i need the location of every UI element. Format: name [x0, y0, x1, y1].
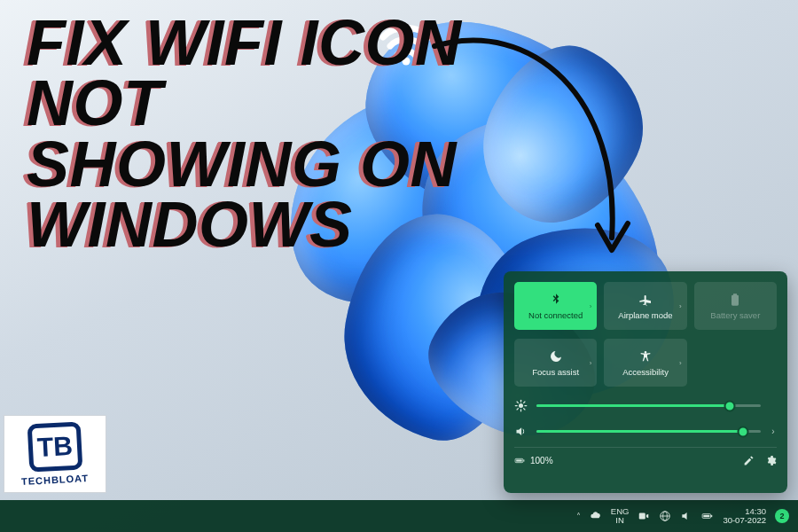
brightness-slider[interactable]	[514, 399, 777, 412]
battery-status[interactable]: 100%	[514, 455, 553, 466]
volume-slider[interactable]: ›	[514, 425, 777, 438]
battery-icon	[514, 455, 526, 466]
battery-saver-icon	[728, 293, 742, 307]
pointer-arrow	[417, 27, 665, 284]
clock[interactable]: 14:30 30-07-2022	[723, 507, 766, 525]
meet-now-icon[interactable]	[638, 510, 650, 522]
sun-icon	[514, 399, 528, 412]
svg-line-9	[524, 402, 525, 403]
slider-thumb[interactable]	[724, 400, 735, 411]
gear-icon[interactable]	[765, 455, 777, 466]
tile-bluetooth[interactable]: › Not connected	[514, 282, 597, 330]
tile-focus-assist[interactable]: › Focus assist	[514, 339, 597, 387]
svg-rect-18	[704, 515, 710, 517]
taskbar: ˄ ENG IN 14:30 30-07-2022 2	[0, 500, 798, 532]
headline: FIX WIFI ICON NOT SHOWING ON WINDOWS	[27, 12, 479, 255]
battery-text: 100%	[530, 456, 553, 466]
tile-accessibility[interactable]: › Accessibility	[604, 339, 686, 387]
chevron-right-icon: ›	[679, 302, 682, 310]
tile-label: Airplane mode	[618, 310, 672, 320]
brand-logo: TB TECHBLOAT	[4, 415, 106, 493]
system-tray[interactable]: ˄ ENG IN 14:30 30-07-2022 2	[576, 507, 789, 525]
svg-rect-13	[639, 513, 645, 520]
speaker-icon[interactable]	[680, 510, 692, 522]
tile-label: Accessibility	[622, 367, 669, 377]
chevron-right-icon[interactable]: ›	[770, 426, 777, 436]
tile-airplane[interactable]: › Airplane mode	[604, 282, 686, 330]
language-indicator[interactable]: ENG IN	[611, 507, 630, 525]
slider-track[interactable]	[536, 430, 761, 433]
quick-settings-panel: › Not connected › Airplane mode Battery …	[504, 271, 787, 493]
speaker-icon	[514, 425, 528, 438]
svg-rect-12	[523, 459, 524, 461]
chevron-right-icon: ›	[590, 359, 592, 367]
pencil-icon[interactable]	[743, 455, 755, 466]
svg-rect-11	[516, 459, 522, 461]
brand-name: TECHBLOAT	[21, 473, 90, 487]
network-icon[interactable]	[659, 510, 671, 522]
tile-label: Not connected	[528, 310, 583, 320]
onedrive-icon[interactable]	[590, 510, 602, 522]
slider-track[interactable]	[536, 404, 761, 407]
svg-line-6	[517, 402, 518, 403]
tile-label: Battery saver	[710, 310, 760, 320]
svg-rect-19	[711, 515, 712, 517]
airplane-icon	[638, 293, 653, 307]
svg-line-8	[517, 409, 518, 410]
bluetooth-icon	[549, 293, 563, 307]
tile-label: Focus assist	[532, 367, 579, 377]
slider-thumb[interactable]	[737, 426, 748, 437]
chevron-up-icon[interactable]: ˄	[576, 512, 581, 521]
notification-badge[interactable]: 2	[775, 509, 789, 523]
brand-mark: TB	[27, 421, 83, 472]
svg-line-7	[524, 409, 525, 410]
chevron-right-icon: ›	[590, 302, 592, 310]
moon-icon	[549, 349, 563, 364]
accessibility-icon	[638, 349, 653, 364]
tile-battery-saver[interactable]: Battery saver	[694, 282, 777, 330]
svg-point-1	[519, 403, 523, 408]
chevron-right-icon: ›	[679, 359, 682, 367]
battery-icon[interactable]	[701, 510, 714, 522]
